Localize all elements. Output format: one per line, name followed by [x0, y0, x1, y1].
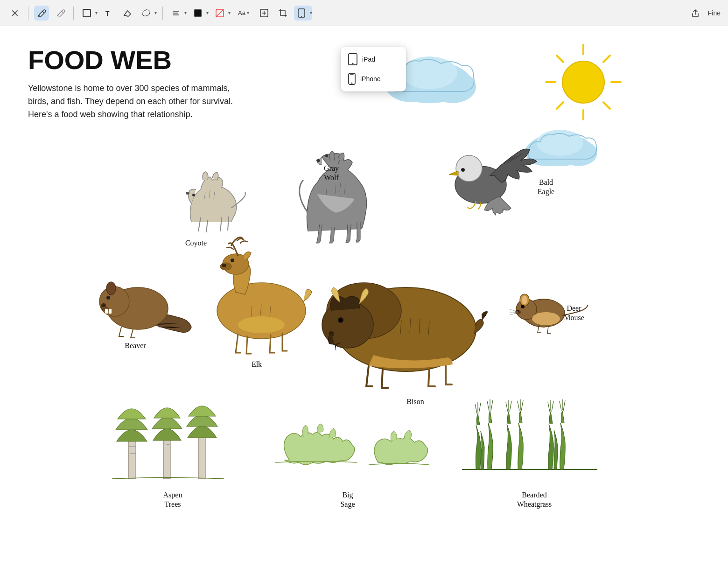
eraser-button[interactable]	[120, 6, 135, 21]
aspen-trees-label: Aspen	[163, 491, 182, 499]
canvas-area: FOOD WEB Yellowstone is home to over 300…	[0, 26, 728, 573]
elk-illustration	[217, 238, 312, 354]
stroke-color-chevron: ▾	[206, 10, 209, 15]
svg-point-69	[522, 306, 524, 307]
font-button[interactable]: Aa ▾	[234, 7, 253, 18]
svg-rect-74	[128, 437, 135, 479]
device-picker-dropdown: iPad iPhone	[341, 47, 406, 91]
svg-point-36	[186, 192, 189, 195]
bison-illustration	[322, 283, 488, 388]
bison-label: Bison	[406, 398, 424, 405]
iphone-option[interactable]: iPhone	[341, 69, 406, 89]
bearded-wheatgrass-label: Bearded	[522, 491, 546, 499]
fill-color-chevron: ▾	[228, 10, 231, 15]
svg-line-20	[603, 56, 610, 62]
align-chevron: ▾	[184, 10, 187, 15]
align-group: ▾	[168, 6, 187, 21]
font-chevron: ▾	[247, 10, 249, 15]
svg-line-0	[62, 11, 63, 13]
lasso-group: ▾	[139, 6, 157, 21]
deer-mouse-label2: Mouse	[564, 314, 584, 321]
separator-1	[28, 7, 28, 20]
bald-eagle-label2: Eagle	[538, 188, 554, 196]
shapes-group: ▾	[79, 6, 98, 21]
svg-point-47	[106, 296, 110, 300]
stroke-color-button[interactable]	[190, 6, 205, 21]
device-picker-button[interactable]	[294, 6, 309, 21]
crop-button[interactable]	[275, 6, 290, 21]
align-button[interactable]	[168, 6, 183, 21]
svg-point-54	[231, 259, 234, 262]
elk-label: Elk	[252, 360, 262, 368]
lasso-button[interactable]	[139, 6, 154, 21]
svg-text:T: T	[105, 10, 110, 17]
beaver-illustration	[99, 282, 191, 338]
separator-2	[73, 7, 74, 20]
svg-line-8	[216, 9, 224, 17]
svg-rect-76	[198, 432, 205, 479]
marker-tool-button[interactable]	[53, 6, 68, 21]
iphone-icon	[348, 73, 356, 85]
coyote-label: Coyote	[185, 239, 207, 247]
svg-line-18	[557, 56, 563, 62]
fill-color-group: ▾	[212, 6, 231, 21]
svg-point-42	[462, 169, 464, 171]
pen-tool-button[interactable]	[34, 6, 49, 21]
svg-rect-1	[83, 9, 91, 17]
coyote-illustration	[186, 172, 245, 232]
insert-button[interactable]	[257, 6, 272, 21]
svg-point-38	[325, 154, 328, 157]
ipad-option[interactable]: iPad	[341, 49, 406, 69]
sun-illustration	[546, 45, 621, 119]
bearded-wheatgrass-illustration	[462, 399, 597, 469]
fine-label: Fine	[708, 9, 721, 17]
font-label: Aa	[238, 9, 245, 16]
svg-point-46	[101, 303, 106, 307]
fill-color-button[interactable]	[212, 6, 227, 21]
toolbar: ▾ T ▾ ▾ ▾ ▾ Aa ▾	[0, 0, 728, 26]
deer-mouse-label: Deer	[567, 304, 581, 312]
big-sage-label2: Sage	[340, 500, 355, 509]
svg-point-22	[562, 61, 604, 103]
toolbar-right: Fine	[686, 7, 721, 19]
text-button[interactable]: T	[101, 6, 116, 21]
svg-rect-6	[194, 9, 202, 17]
close-button[interactable]	[7, 6, 22, 21]
lasso-chevron: ▾	[154, 10, 157, 15]
svg-point-53	[222, 264, 226, 267]
device-picker-group: ▾	[294, 6, 312, 21]
stroke-color-group: ▾	[190, 6, 209, 21]
svg-point-81	[351, 83, 353, 84]
aspen-trees-label2: Trees	[165, 500, 181, 508]
big-sage-label: Big	[342, 491, 353, 499]
share-button[interactable]	[686, 7, 704, 19]
illustrations-layer: Coyote Gray	[0, 26, 728, 573]
bald-eagle-label: Bald	[539, 178, 553, 186]
big-sage-illustration	[275, 424, 429, 465]
ipad-label: iPad	[362, 56, 375, 63]
svg-point-40	[456, 155, 482, 182]
svg-line-21	[557, 102, 563, 109]
svg-point-60	[339, 319, 342, 321]
device-picker-chevron: ▾	[310, 10, 312, 15]
iphone-label: iPhone	[360, 75, 381, 83]
svg-rect-49	[109, 309, 112, 314]
svg-point-37	[316, 159, 320, 162]
shapes-chevron: ▾	[95, 10, 98, 15]
svg-point-79	[352, 63, 354, 64]
ipad-icon	[348, 53, 357, 65]
aspen-trees-illustration	[112, 406, 224, 479]
bearded-wheatgrass-label2: Wheatgrass	[517, 500, 552, 509]
shapes-button[interactable]	[79, 6, 94, 21]
svg-point-35	[192, 194, 195, 196]
svg-point-73	[532, 312, 560, 325]
gray-wolf-label2: Wolf	[324, 174, 339, 182]
gray-wolf-label: Gray	[324, 164, 339, 173]
svg-point-65	[522, 296, 527, 304]
font-group: Aa ▾	[234, 7, 253, 18]
svg-point-45	[106, 282, 116, 295]
svg-point-55	[238, 316, 285, 333]
svg-rect-48	[105, 309, 108, 314]
separator-3	[162, 7, 163, 20]
svg-rect-75	[163, 434, 170, 479]
